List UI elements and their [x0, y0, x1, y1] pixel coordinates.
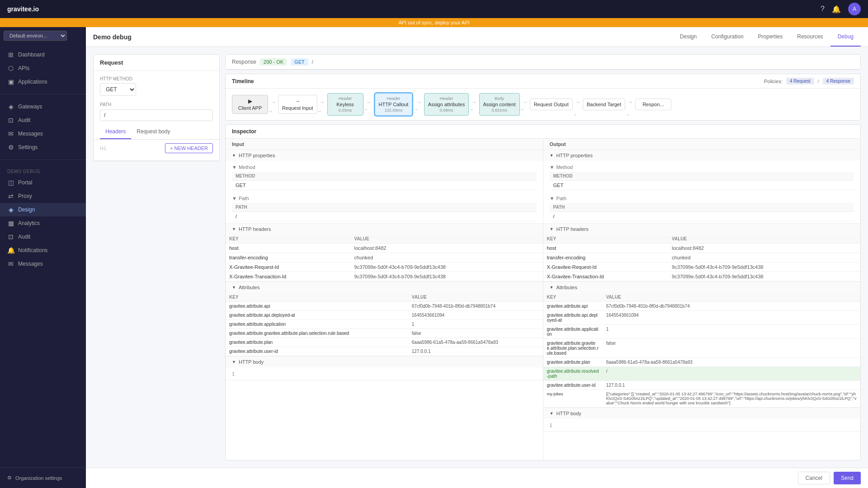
org-settings[interactable]: ⚙ Organization settings: [0, 471, 86, 484]
sidebar-item-dashboard[interactable]: ⊞ Dashboard: [0, 48, 86, 61]
path-input[interactable]: [100, 109, 213, 121]
chevron-body-out-icon: ▼: [550, 411, 554, 416]
response-path: /: [312, 59, 313, 65]
chevron-method-out-icon: ▼: [550, 164, 555, 170]
path-group: Path: [94, 101, 219, 125]
tab-debug[interactable]: Debug: [830, 27, 861, 47]
keyless-label: Keyless: [331, 102, 359, 107]
tab-design[interactable]: Design: [673, 27, 704, 47]
tab-configuration[interactable]: Configuration: [704, 27, 750, 47]
http-headers-toggle-output[interactable]: ▼ HTTP headers: [543, 224, 861, 235]
key-cell: gravitee.attribute.resolved-path: [543, 367, 603, 381]
arrow-2: →: [317, 99, 327, 106]
method-select[interactable]: GET: [100, 83, 136, 96]
value-cell: 67cf0d0b-7948-401b-8f0d-db7948801b74: [408, 302, 543, 311]
nav-tabs: Design Configuration Properties Resource…: [673, 27, 861, 47]
chevron-path-icon: ▼: [232, 196, 237, 201]
sidebar-item-apis[interactable]: ⬡ APIs: [0, 61, 86, 75]
arrow-8: →: [625, 99, 635, 106]
response-bar: Response 200 - OK GET /: [226, 55, 860, 70]
help-icon[interactable]: ?: [821, 5, 825, 13]
http-body-toggle-input[interactable]: ▼ HTTP body: [226, 357, 543, 367]
notifications-icon: 🔔: [7, 247, 14, 254]
timeline-node-request-input[interactable]: → Request Input: [278, 95, 317, 114]
sidebar-item-messages2[interactable]: ✉ Messages: [0, 257, 86, 271]
http-headers-toggle-input[interactable]: ▼ HTTP headers: [226, 224, 543, 235]
sidebar-item-notifications[interactable]: 🔔 Notifications: [0, 244, 86, 257]
table-row: X-Gravitee-Request-Id9c37099e-5d0f-43c4-…: [543, 263, 861, 272]
timeline-node-response[interactable]: Respon...: [635, 99, 671, 110]
timeline-node-client-app[interactable]: ▶ Client APP: [232, 95, 268, 114]
method-subsection-input: ▼ Method METHOD GET: [226, 161, 543, 192]
http-headers-input: ▼ HTTP headers KEYVALUE hostlocalhost:84…: [226, 224, 543, 282]
sidebar-item-analytics[interactable]: ▦ Analytics: [0, 216, 86, 230]
chevron-path-out-icon: ▼: [550, 196, 555, 201]
path-header-output: ▼ Path: [550, 194, 854, 203]
sidebar-item-messages[interactable]: ✉ Messages: [0, 127, 86, 141]
tab-resources[interactable]: Resources: [790, 27, 830, 47]
key-cell: host: [543, 244, 669, 253]
table-row: gravitee.attribute.application1: [543, 325, 861, 339]
table-row: transfer-encodingchunked: [226, 253, 543, 263]
attributes-toggle-input[interactable]: ▼ Attributes: [226, 282, 543, 293]
http-callout-top-label: Header: [379, 96, 409, 101]
timeline-node-backend-target[interactable]: Backend Target: [583, 99, 625, 110]
tab-headers[interactable]: Headers: [100, 125, 131, 139]
env-selector[interactable]: Default environ...: [4, 31, 67, 41]
table-row: gravitee.attribute.application1: [226, 320, 543, 329]
tab-properties[interactable]: Properties: [751, 27, 790, 47]
timeline-nodes: ▶ Client APP → → Request Input: [226, 89, 860, 120]
cancel-button[interactable]: Cancel: [798, 472, 830, 484]
timeline-node-assign-attributes[interactable]: Header Assign attributes 0.09ms: [424, 93, 469, 116]
notification-icon[interactable]: 🔔: [832, 5, 841, 14]
table-row: gravitee.attribute.api67cf0d0b-7948-401b…: [226, 302, 543, 311]
value-cell: 1645543661094: [603, 311, 860, 325]
value-cell: 9c37099e-5d0f-43c4-b709-9e5ddf13c438: [351, 272, 543, 282]
logo-text: gravitee.io: [7, 5, 39, 13]
table-row: gravitee.attribute.resolved-path/: [543, 367, 861, 381]
chevron-down-icon: ▼: [232, 153, 236, 158]
new-header-button[interactable]: + NEW HEADER: [165, 143, 213, 153]
sidebar-item-portal[interactable]: ◫ Portal: [0, 176, 86, 189]
avatar[interactable]: A: [848, 3, 861, 15]
sidebar-item-design[interactable]: ◈ Design: [0, 203, 86, 216]
messages-icon: ✉: [7, 130, 14, 137]
arrow-6: →: [520, 99, 530, 106]
body-output-content: 1: [543, 419, 861, 432]
keyless-time: 0.03ms: [331, 108, 359, 113]
sidebar-divider-2: [0, 160, 86, 160]
http-properties-output: ▼ HTTP properties ▼ Method: [543, 150, 861, 224]
attributes-toggle-output[interactable]: ▼ Attributes: [543, 282, 861, 293]
key-cell: gravitee.attribute.application: [543, 325, 603, 339]
sidebar-item-settings[interactable]: ⚙ Settings: [0, 141, 86, 154]
http-properties-toggle[interactable]: ▼ HTTP properties: [226, 150, 543, 161]
assign-attr-label: Assign attributes: [428, 102, 465, 107]
page-title: Demo debug: [93, 33, 132, 41]
sidebar-item-applications[interactable]: ▣ Applications: [0, 75, 86, 89]
sidebar-item-proxy[interactable]: ⇄ Proxy: [0, 189, 86, 203]
sidebar-gateway-nav: ◈ Gateways ⊡ Audit ✉ Messages ⚙ Settings: [0, 96, 86, 158]
sidebar-item-audit[interactable]: ⊡ Audit: [0, 230, 86, 244]
value-cell: 1: [408, 320, 543, 329]
value-cell: 6aaa5986-61a5-478a-aa59-8661a5478a93: [603, 358, 860, 367]
sidebar-item-gateways[interactable]: ◈ Gateways: [0, 100, 86, 113]
tab-request-body[interactable]: Request body: [131, 125, 175, 139]
attributes-input: ▼ Attributes KEYVALUE gravitee.attribute…: [226, 282, 543, 357]
assign-content-time: 0.631ms: [483, 108, 516, 113]
timeline-node-keyless[interactable]: Header Keyless 0.03ms: [327, 93, 363, 116]
sidebar-divider-1: [0, 94, 86, 94]
request-form: HTTP method GET: [94, 71, 219, 101]
timeline-node-http-callout[interactable]: Header HTTP Callout 132.59ms: [373, 93, 414, 116]
key-cell: X-Gravitee-Transaction-Id: [226, 272, 351, 282]
inspector-body: Input ▼ HTTP properties ▼: [226, 139, 860, 460]
chevron-method-icon: ▼: [232, 164, 237, 170]
key-cell: gravitee.attribute.api.deployed-at: [226, 311, 408, 320]
timeline-node-assign-content[interactable]: Body Assign content 0.631ms: [479, 93, 520, 116]
timeline-node-request-output[interactable]: Request Output: [530, 99, 573, 110]
http-body-toggle-output[interactable]: ▼ HTTP body: [543, 408, 861, 419]
apis-icon: ⬡: [7, 65, 14, 72]
headers-table-input: KEYVALUE hostlocalhost:8482transfer-enco…: [226, 235, 543, 282]
sidebar-item-audit-top[interactable]: ⊡ Audit: [0, 113, 86, 127]
send-button[interactable]: Send: [834, 472, 861, 484]
portal-icon: ◫: [7, 179, 14, 186]
